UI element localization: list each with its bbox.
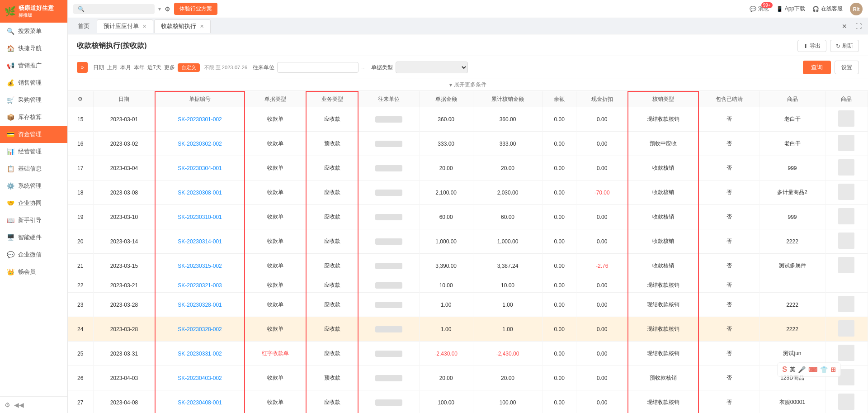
row-date: 2023-03-10: [93, 205, 155, 229]
sidebar-item-member[interactable]: 👑 畅会员: [0, 263, 67, 280]
doc-no-link[interactable]: SK-20230302-002: [178, 141, 222, 147]
doctype-select[interactable]: [396, 62, 468, 73]
row-doc-no[interactable]: SK-20230328-002: [155, 317, 245, 342]
settings-footer-btn[interactable]: ⚙: [5, 401, 10, 408]
date-link-more[interactable]: 更多: [164, 64, 175, 71]
date-link-7days[interactable]: 近7天: [147, 64, 161, 71]
sidebar-item-label: 销售管理: [18, 79, 42, 87]
expand-tab-btn[interactable]: ⛶: [853, 22, 864, 31]
row-doc-no[interactable]: SK-20230331-002: [155, 342, 245, 366]
row-included: 否: [698, 107, 760, 132]
sidebar-footer: ⚙ ◀◀: [0, 396, 67, 413]
row-doc-type: 收款单: [245, 366, 306, 390]
gear-icon[interactable]: ⚙: [165, 5, 170, 13]
expand-more-btn[interactable]: ▾ 展开更多条件: [449, 81, 486, 89]
row-goods: 老白干: [760, 107, 825, 132]
sidebar-item-system[interactable]: ⚙️ 系统管理: [0, 177, 67, 195]
doc-no-link[interactable]: SK-20230328-001: [178, 302, 222, 308]
partner-input[interactable]: [277, 62, 359, 73]
doc-no-link[interactable]: SK-20230315-002: [178, 263, 222, 269]
row-date: 2023-03-08: [93, 180, 155, 205]
more-options-icon[interactable]: ...: [361, 64, 366, 71]
sidebar-item-label: 快捷导航: [18, 44, 42, 52]
row-doc-no[interactable]: SK-20230408-001: [155, 390, 245, 413]
close-tab-btn[interactable]: ✕: [839, 22, 850, 31]
row-amount: 20.00: [419, 156, 473, 180]
row-doc-type: 红字收款单: [245, 342, 306, 366]
refresh-btn[interactable]: ↻ 刷新: [830, 40, 859, 52]
filter-toggle-btn[interactable]: »: [77, 62, 88, 73]
sidebar-item-inventory[interactable]: 📦 库存核算: [0, 109, 67, 126]
col-goods-img: 商品: [825, 91, 868, 107]
sidebar-item-purchase[interactable]: 🛒 采购管理: [0, 91, 67, 109]
row-doc-no[interactable]: SK-20230310-001: [155, 205, 245, 229]
topbar-search-box[interactable]: 🔍: [73, 4, 155, 14]
row-doc-no[interactable]: SK-20230321-003: [155, 278, 245, 293]
row-amount: -2,430.00: [419, 342, 473, 366]
row-doc-no[interactable]: SK-20230308-001: [155, 180, 245, 205]
sidebar-item-sales[interactable]: 💰 销售管理: [0, 74, 67, 91]
row-writeoff: 20.00: [473, 156, 542, 180]
row-doc-no[interactable]: SK-20230328-001: [155, 293, 245, 317]
doc-no-link[interactable]: SK-20230403-002: [178, 375, 222, 381]
sidebar-item-guide[interactable]: 📖 新手引导: [0, 212, 67, 229]
sidebar-item-operation[interactable]: 📊 经营管理: [0, 143, 67, 160]
tab-collection[interactable]: 收款核销执行 ✕: [154, 19, 211, 33]
row-doc-no[interactable]: SK-20230403-002: [155, 366, 245, 390]
row-cancel-type: 收款核销: [628, 156, 698, 180]
sidebar-item-corp[interactable]: 🤝 企业协同: [0, 195, 67, 212]
row-no: 22: [68, 278, 93, 293]
doc-no-link[interactable]: SK-20230331-002: [178, 351, 222, 357]
tab-receivable[interactable]: 预计应应付单 ✕: [97, 19, 153, 33]
sidebar-item-quicknav[interactable]: 🏠 快捷导航: [0, 40, 67, 57]
row-biz-type: 应收款: [306, 180, 359, 205]
doc-no-link[interactable]: SK-20230328-002: [178, 326, 222, 332]
message-icon: 💬: [750, 6, 756, 12]
blurred-partner: ██████: [375, 190, 402, 196]
doc-no-link[interactable]: SK-20230314-001: [178, 238, 222, 245]
sidebar-item-search[interactable]: 🔍 搜索菜单: [0, 23, 67, 40]
col-settings[interactable]: ⚙: [68, 91, 93, 107]
export-btn[interactable]: ⬆ 导出: [797, 40, 826, 52]
row-doc-no[interactable]: SK-20230301-002: [155, 107, 245, 132]
online-service-btn[interactable]: 🎧 在线客服: [812, 5, 843, 13]
blurred-partner: ██████: [375, 238, 402, 245]
collapse-btn[interactable]: ◀◀: [14, 401, 24, 408]
row-doc-no[interactable]: SK-20230302-002: [155, 132, 245, 156]
message-btn[interactable]: 💬 消息 99+: [750, 5, 769, 13]
row-cancel-type: 现结收款核销: [628, 342, 698, 366]
row-doc-no[interactable]: SK-20230315-002: [155, 254, 245, 278]
row-doc-no[interactable]: SK-20230314-001: [155, 229, 245, 254]
sidebar-item-wechat[interactable]: 💬 企业微信: [0, 246, 67, 263]
date-link-last-month[interactable]: 上月: [107, 64, 118, 71]
date-link-this-month[interactable]: 本月: [120, 64, 131, 71]
doc-no-link[interactable]: SK-20230408-001: [178, 399, 222, 406]
query-btn[interactable]: 查询: [803, 61, 831, 74]
doc-no-link[interactable]: SK-20230304-001: [178, 165, 222, 171]
table-row: 152023-03-01SK-20230301-002收款单应收款██████3…: [68, 107, 868, 132]
user-avatar[interactable]: Rit: [850, 3, 863, 15]
app-download-btn[interactable]: 📱 App下载: [776, 5, 805, 13]
doc-no-link[interactable]: SK-20230321-003: [178, 282, 222, 289]
custom-date-btn[interactable]: 自定义: [178, 63, 200, 72]
export-label: 导出: [810, 42, 821, 50]
dropdown-arrow-icon[interactable]: ▾: [158, 6, 161, 12]
close-receivable-icon[interactable]: ✕: [142, 24, 146, 29]
date-range-display: 不限 至 2023-07-26: [204, 64, 247, 71]
setting-btn[interactable]: 设置: [835, 61, 859, 74]
doc-no-link[interactable]: SK-20230301-002: [178, 116, 222, 123]
data-table-container[interactable]: ⚙ 日期 单据编号 单据类型 业务类型 往来单位 单据金额 累计核销金额 余额 …: [68, 91, 868, 413]
tab-home[interactable]: 首页: [71, 19, 96, 33]
sidebar-item-finance[interactable]: 💳 资金管理: [0, 126, 67, 143]
close-collection-icon[interactable]: ✕: [200, 24, 204, 29]
industry-btn[interactable]: 体验行业方案: [174, 3, 217, 15]
sidebar-item-basic[interactable]: 📋 基础信息: [0, 160, 67, 177]
date-link-this-year[interactable]: 本年: [134, 64, 145, 71]
sidebar-item-marketing[interactable]: 📢 营销推广: [0, 57, 67, 74]
sidebar-item-hardware[interactable]: 🖥️ 智能硬件: [0, 229, 67, 246]
doc-no-link[interactable]: SK-20230310-001: [178, 214, 222, 220]
row-doc-no[interactable]: SK-20230304-001: [155, 156, 245, 180]
blurred-partner: ██████: [375, 263, 402, 269]
doc-no-link[interactable]: SK-20230308-001: [178, 190, 222, 196]
goods-thumbnail: [838, 296, 854, 312]
